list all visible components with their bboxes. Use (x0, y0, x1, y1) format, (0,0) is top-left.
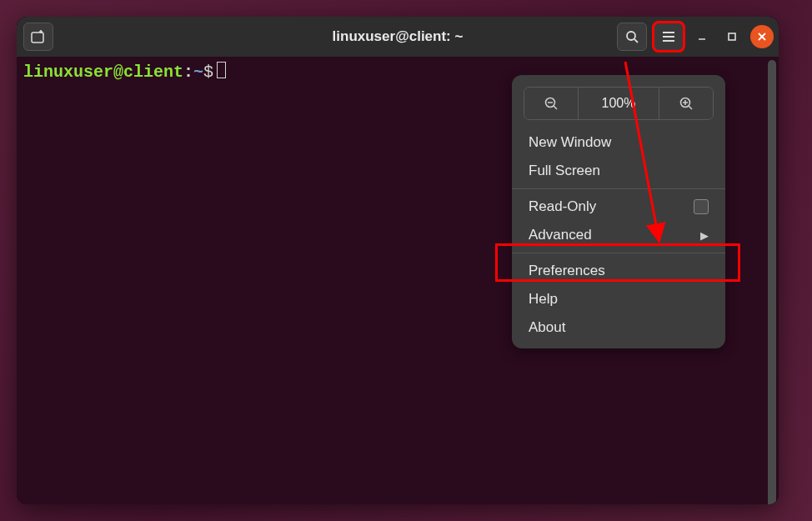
svg-point-3 (627, 32, 635, 40)
prompt-colon: : (183, 63, 193, 82)
minimize-icon (697, 32, 707, 42)
new-tab-button[interactable] (23, 23, 53, 51)
menu-label: Advanced (529, 227, 592, 243)
svg-rect-0 (32, 33, 43, 43)
zoom-out-button[interactable] (524, 88, 578, 119)
text-cursor (217, 62, 226, 78)
scrollbar[interactable] (768, 60, 776, 504)
menu-label: Help (529, 291, 558, 308)
svg-rect-9 (729, 33, 735, 40)
zoom-controls: 100% (524, 87, 714, 120)
minimize-button[interactable] (690, 25, 714, 48)
menu-label: Full Screen (529, 163, 600, 179)
read-only-checkbox[interactable] (694, 199, 709, 214)
menu-item-help[interactable]: Help (512, 285, 725, 313)
prompt-dollar: $ (203, 63, 213, 82)
menu-label: About (529, 319, 565, 336)
prompt-path: ~ (193, 63, 203, 82)
close-button[interactable] (750, 25, 774, 48)
chevron-right-icon: ▶ (700, 229, 709, 242)
menu-item-full-screen[interactable]: Full Screen (512, 157, 725, 185)
window-title: linuxuser@client: ~ (333, 28, 464, 45)
search-icon (625, 30, 639, 43)
titlebar: linuxuser@client: ~ (17, 17, 779, 57)
menu-divider (512, 253, 725, 253)
new-tab-icon (31, 30, 46, 43)
hamburger-menu-button[interactable] (654, 23, 684, 51)
zoom-in-icon (679, 96, 694, 111)
menu-label: Read-Only (529, 198, 596, 215)
hamburger-icon (662, 31, 675, 43)
svg-line-16 (689, 106, 692, 109)
menu-divider (512, 188, 725, 189)
maximize-button[interactable] (720, 25, 744, 48)
svg-line-13 (554, 106, 557, 109)
zoom-in-button[interactable] (659, 88, 713, 119)
zoom-level-label[interactable]: 100% (578, 88, 659, 119)
menu-item-new-window[interactable]: New Window (512, 128, 725, 157)
menu-item-read-only[interactable]: Read-Only (512, 193, 725, 221)
search-button[interactable] (617, 23, 647, 51)
menu-label: New Window (529, 134, 611, 151)
menu-item-advanced[interactable]: Advanced ▶ (512, 221, 725, 249)
menu-label: Preferences (529, 263, 605, 279)
close-icon (757, 32, 767, 42)
menu-item-about[interactable]: About (512, 313, 725, 342)
titlebar-controls (617, 23, 774, 51)
prompt-user-host: linuxuser@client (23, 63, 183, 82)
menu-item-preferences[interactable]: Preferences (512, 257, 725, 285)
app-menu-popup: 100% New Window Full Screen Read-Only Ad… (512, 75, 725, 348)
zoom-out-icon (544, 96, 559, 111)
svg-line-4 (634, 39, 638, 43)
maximize-icon (727, 32, 737, 42)
